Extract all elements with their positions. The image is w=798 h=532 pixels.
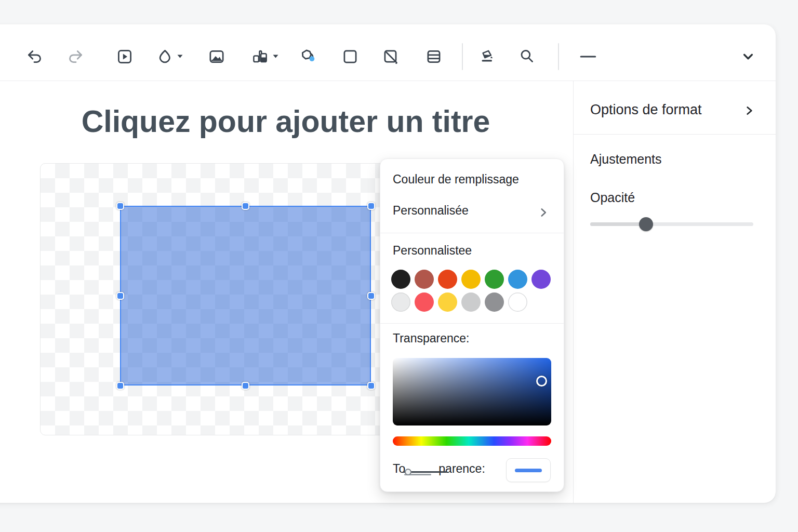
color-preview-line xyxy=(515,469,542,472)
fill-color-button[interactable] xyxy=(475,45,498,68)
accent-dot xyxy=(310,56,315,61)
image-icon xyxy=(207,47,227,66)
selected-rectangle-shape[interactable] xyxy=(120,206,371,385)
color-preview-button[interactable] xyxy=(506,458,551,482)
transparency-mini-slider[interactable] xyxy=(403,468,447,477)
format-options-title[interactable]: Options de format xyxy=(590,102,702,118)
selection-handle[interactable] xyxy=(367,382,375,390)
color-swatch-black[interactable] xyxy=(391,270,410,289)
more-options-button[interactable] xyxy=(737,45,760,68)
adjustments-heading: Ajustements xyxy=(590,152,662,167)
custom-color-menu-item[interactable]: Personnalisée xyxy=(380,198,564,228)
color-swatch-dark-gray[interactable] xyxy=(485,292,504,312)
dash-icon xyxy=(579,47,598,66)
opacity-slider-track[interactable] xyxy=(590,222,753,226)
fill-bucket-icon xyxy=(477,47,497,66)
opacity-slider-thumb[interactable] xyxy=(639,217,653,231)
transparency-heading: Transparence: xyxy=(393,331,469,345)
chevron-down-icon xyxy=(738,47,758,66)
slide-title-placeholder[interactable]: Cliquez pour ajouter un titre xyxy=(0,104,571,139)
toolbar-separator xyxy=(558,43,559,70)
custom-color-label: Personnalisée xyxy=(393,204,469,218)
shapes-icon xyxy=(297,46,318,67)
shapes-button[interactable] xyxy=(296,45,319,68)
table-icon xyxy=(424,47,444,66)
color-swatch-orange-red[interactable] xyxy=(438,270,457,289)
rectangle-icon xyxy=(340,47,360,66)
swatch-row-2 xyxy=(391,292,527,312)
table-button[interactable] xyxy=(422,45,445,68)
slash-square-icon xyxy=(381,47,401,66)
color-swatch-red[interactable] xyxy=(415,292,434,312)
selection-handle[interactable] xyxy=(242,382,249,390)
background-fill-button[interactable] xyxy=(153,45,176,68)
hue-slider[interactable] xyxy=(393,436,551,446)
redo-button[interactable] xyxy=(64,45,87,68)
chart-icon xyxy=(250,47,270,66)
present-icon xyxy=(115,47,135,66)
chevron-right-icon xyxy=(538,206,549,219)
zoom-button[interactable] xyxy=(515,45,538,68)
color-swatch-brick-red[interactable] xyxy=(415,270,434,289)
selection-handle[interactable] xyxy=(116,382,124,390)
chevron-right-icon[interactable] xyxy=(743,104,755,117)
gradient-picker-ring[interactable] xyxy=(536,376,547,387)
color-swatch-gold[interactable] xyxy=(438,292,457,312)
paint-drop-icon xyxy=(155,47,175,66)
selection-handle[interactable] xyxy=(116,202,124,210)
selection-handle[interactable] xyxy=(367,202,375,210)
selection-handle[interactable] xyxy=(242,202,249,210)
selection-handle[interactable] xyxy=(116,292,124,300)
shape-outline-button[interactable] xyxy=(379,45,402,68)
color-swatch-green[interactable] xyxy=(485,270,504,289)
color-swatch-gray[interactable] xyxy=(461,292,481,312)
present-button[interactable] xyxy=(113,45,136,68)
popup-heading: Couleur de remplissage xyxy=(393,172,519,187)
undo-icon xyxy=(25,47,45,66)
undo-button[interactable] xyxy=(23,45,46,68)
rectangle-tool-button[interactable] xyxy=(339,45,362,68)
app-window: Cliquez pour ajouter un titre Couleur de… xyxy=(0,0,798,532)
zoom-icon xyxy=(517,47,537,66)
swatches-heading: Personnalistee xyxy=(393,244,472,258)
popup-divider xyxy=(380,233,564,233)
opacity-label: Opacité xyxy=(590,190,635,205)
insert-chart-button[interactable] xyxy=(248,45,271,68)
popup-divider xyxy=(380,323,564,324)
swatch-row-1 xyxy=(391,270,551,289)
selection-handle[interactable] xyxy=(367,292,375,300)
opacity-slider-fill xyxy=(590,222,646,226)
color-swatch-purple[interactable] xyxy=(531,270,551,289)
color-swatch-light-gray[interactable] xyxy=(391,292,410,312)
redo-icon xyxy=(65,47,85,66)
fill-color-popup: Couleur de remplissage Personnalisée Per… xyxy=(380,158,564,492)
toolbar-divider xyxy=(0,81,776,81)
color-swatch-blue[interactable] xyxy=(508,270,527,289)
color-swatch-white[interactable] xyxy=(508,292,527,312)
mini-slider-knob[interactable] xyxy=(405,469,411,475)
toolbar-separator xyxy=(462,43,463,70)
panel-divider xyxy=(573,81,574,503)
line-dash-button[interactable] xyxy=(577,45,600,68)
caret-down-icon[interactable] xyxy=(272,54,279,59)
saturation-gradient-picker[interactable] xyxy=(393,358,551,425)
panel-section-divider xyxy=(574,134,776,135)
color-swatch-yellow[interactable] xyxy=(461,270,481,289)
insert-image-button[interactable] xyxy=(205,45,228,68)
caret-down-icon[interactable] xyxy=(177,54,183,59)
